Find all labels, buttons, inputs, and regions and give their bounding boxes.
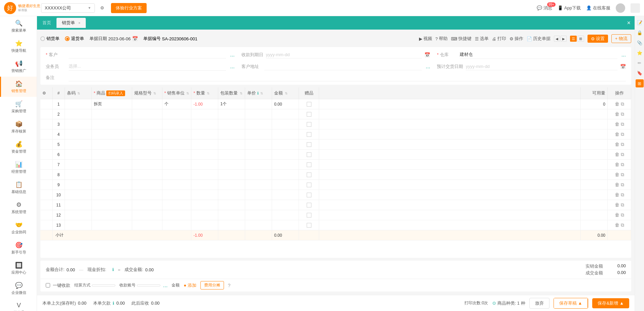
row-amount[interactable]: [272, 129, 299, 140]
row-barcode[interactable]: [65, 150, 91, 160]
row-note[interactable]: [319, 170, 581, 180]
row-spec[interactable]: [132, 210, 162, 220]
sidebar-item-search[interactable]: 🔍 搜索菜单: [0, 16, 37, 36]
fees-button[interactable]: 费用分摊: [200, 281, 224, 289]
row-unit[interactable]: [162, 220, 191, 230]
row-note[interactable]: [319, 190, 581, 200]
row-product[interactable]: [91, 180, 132, 190]
warehouse-input[interactable]: 建材仓: [460, 50, 617, 59]
row-product[interactable]: [91, 109, 132, 119]
row-pack[interactable]: [218, 150, 245, 160]
row-product[interactable]: [91, 220, 132, 230]
row-product[interactable]: [91, 190, 132, 200]
sidebar-item-sales[interactable]: 🏠 销售管理: [0, 77, 37, 97]
copy-icon[interactable]: ⧉: [621, 192, 624, 198]
delete-icon[interactable]: 🗑: [615, 212, 619, 218]
save-new-button[interactable]: 保存&新增 ▲: [592, 298, 629, 308]
copy-icon[interactable]: ⧉: [621, 222, 624, 228]
row-qty[interactable]: [191, 150, 218, 160]
toolbar-help-btn[interactable]: ? 帮助: [435, 36, 448, 42]
row-product[interactable]: [91, 200, 132, 210]
sidebar-item-collaboration[interactable]: 🤝 企业协同: [0, 218, 37, 238]
one-click-pay[interactable]: 一键收款: [46, 282, 70, 288]
row-note[interactable]: [319, 109, 581, 119]
pay-method-select[interactable]: [92, 284, 115, 286]
row-spec[interactable]: [132, 180, 162, 190]
row-qty[interactable]: [191, 210, 218, 220]
warehouse-dots[interactable]: ...: [621, 52, 626, 58]
row-product[interactable]: [91, 119, 132, 129]
row-note[interactable]: [319, 160, 581, 170]
debt-info-icon[interactable]: ℹ: [113, 301, 114, 306]
row-spec[interactable]: [132, 160, 162, 170]
row-price[interactable]: [245, 150, 272, 160]
row-note[interactable]: [319, 140, 581, 150]
row-pack[interactable]: [218, 109, 245, 119]
delete-icon[interactable]: 🗑: [615, 111, 619, 117]
add-payment-btn[interactable]: ● 添加: [184, 282, 196, 288]
row-qty[interactable]: [191, 160, 218, 170]
sidebar-item-basics[interactable]: 📋 基础信息: [0, 178, 37, 198]
one-click-checkbox[interactable]: [46, 283, 50, 287]
row-note[interactable]: [319, 200, 581, 210]
row-amount[interactable]: [272, 180, 299, 190]
row-spec[interactable]: [132, 99, 162, 109]
row-qty[interactable]: [191, 119, 218, 129]
row-amount[interactable]: [272, 150, 299, 160]
row-amount[interactable]: 0.00: [272, 99, 299, 109]
row-barcode[interactable]: [65, 200, 91, 210]
address-dots[interactable]: ...: [426, 64, 430, 70]
row-unit[interactable]: [162, 119, 191, 129]
row-amount[interactable]: [272, 170, 299, 180]
toolbar-video-btn[interactable]: ▶ 视频: [419, 36, 432, 42]
row-gift[interactable]: [299, 190, 319, 200]
sidebar-item-shortcut[interactable]: ⭐ 快捷导航: [0, 36, 37, 56]
row-qty[interactable]: [191, 220, 218, 230]
due-date-input[interactable]: yyyy-mm-dd: [266, 51, 422, 59]
copy-icon[interactable]: ⧉: [621, 152, 624, 157]
sidebar-item-operations[interactable]: 📊 经营管理: [0, 157, 37, 178]
row-spec[interactable]: [132, 129, 162, 140]
row-spec[interactable]: [132, 220, 162, 230]
row-qty[interactable]: [191, 200, 218, 210]
row-pack[interactable]: [218, 210, 245, 220]
salesperson-input[interactable]: 选择...: [69, 62, 226, 71]
row-note[interactable]: [319, 180, 581, 190]
sidebar-item-finance[interactable]: 💰 资金管理: [0, 137, 37, 157]
row-barcode[interactable]: [65, 190, 91, 200]
copy-icon[interactable]: ⧉: [621, 121, 624, 127]
salesperson-dots[interactable]: ...: [230, 64, 234, 70]
row-note[interactable]: [319, 150, 581, 160]
row-qty[interactable]: [191, 170, 218, 180]
sidebar-item-marketing[interactable]: 📢 营销推广: [0, 56, 37, 77]
due-date-calendar-icon[interactable]: 📅: [424, 52, 430, 57]
row-price[interactable]: [245, 160, 272, 170]
row-price[interactable]: [245, 220, 272, 230]
row-gift[interactable]: [299, 210, 319, 220]
row-amount[interactable]: [272, 210, 299, 220]
row-product[interactable]: [91, 140, 132, 150]
user-avatar[interactable]: [616, 3, 625, 13]
settings-icon[interactable]: ⚙: [98, 3, 107, 13]
delete-icon[interactable]: 🗑: [615, 142, 619, 147]
row-gift[interactable]: [299, 140, 319, 150]
app-download-item[interactable]: 📱 App下载: [558, 5, 581, 11]
row-spec[interactable]: [132, 200, 162, 210]
right-sidebar-tag[interactable]: 🔖: [636, 69, 643, 77]
delete-icon[interactable]: 🗑: [615, 101, 619, 107]
row-pack[interactable]: [218, 220, 245, 230]
toolbar-action-btn[interactable]: ⚙ 操作: [509, 36, 523, 42]
row-gift[interactable]: [299, 99, 319, 109]
copy-icon[interactable]: ⧉: [621, 142, 624, 147]
row-unit[interactable]: [162, 150, 191, 160]
account-dots[interactable]: ...: [163, 282, 167, 288]
row-note[interactable]: [319, 129, 581, 140]
row-gift[interactable]: [299, 109, 319, 119]
row-product[interactable]: [91, 150, 132, 160]
delete-icon[interactable]: 🗑: [615, 162, 619, 167]
row-pack[interactable]: [218, 119, 245, 129]
save-draft-button[interactable]: 保存草稿 ▲: [554, 298, 588, 308]
grid-view-btn[interactable]: ⊞: [577, 36, 584, 42]
radio-sales[interactable]: 销货单: [40, 36, 60, 42]
row-note[interactable]: [319, 220, 581, 230]
